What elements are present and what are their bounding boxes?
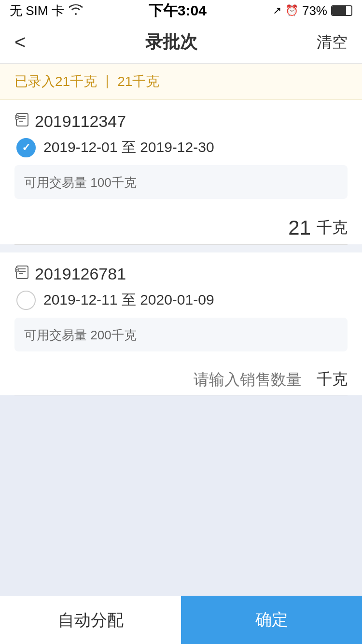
- batch-2-icon: [14, 264, 30, 283]
- battery-indicator: [331, 5, 352, 16]
- batch-2-amount-row[interactable]: 千克: [0, 361, 362, 395]
- confirm-button[interactable]: 确定: [181, 596, 362, 644]
- batch-1-date-row[interactable]: 2019-12-01 至 2019-12-30: [14, 138, 348, 157]
- summary-divider: [107, 75, 108, 88]
- batch-1-amount-row: 21 千克: [0, 209, 362, 244]
- back-button[interactable]: <: [14, 31, 26, 53]
- batch-2-date: 2019-12-11 至 2020-01-09: [43, 290, 214, 310]
- batch-1-unit: 千克: [317, 217, 348, 238]
- no-sim-text: 无 SIM 卡: [10, 2, 64, 19]
- batch-2-date-row[interactable]: 2019-12-11 至 2020-01-09: [14, 290, 348, 310]
- summary-bar: 已录入21千克 21千克: [0, 64, 362, 100]
- battery-pct: 73%: [302, 3, 327, 18]
- batch-1-date: 2019-12-01 至 2019-12-30: [43, 138, 214, 157]
- batch-2-unit: 千克: [317, 369, 348, 390]
- batch-2-radio[interactable]: [16, 291, 36, 310]
- clear-button[interactable]: 清空: [317, 32, 348, 53]
- alarm-icon: ⏰: [285, 4, 298, 17]
- location-icon: ↗: [273, 4, 281, 17]
- batch-2-available: 可用交易量 200千克: [14, 318, 348, 351]
- auto-distribute-button[interactable]: 自动分配: [0, 596, 181, 644]
- batch-1-icon: [14, 112, 30, 131]
- batch-2-quantity-input[interactable]: [14, 371, 309, 389]
- batch-1-available: 可用交易量 100千克: [14, 165, 348, 199]
- bottom-bar: 自动分配 确定: [0, 596, 362, 644]
- wifi-icon: [69, 3, 83, 18]
- batch-item-1: 2019112347 2019-12-01 至 2019-12-30 可用交易量…: [0, 100, 362, 209]
- nav-bar: < 录批次 清空: [0, 21, 362, 64]
- summary-value: 21千克: [117, 72, 159, 91]
- batch-1-id: 2019112347: [35, 112, 126, 131]
- batch-item-2: 2019126781 2019-12-11 至 2020-01-09 可用交易量…: [0, 252, 362, 361]
- batch-1-amount: 21: [288, 216, 311, 239]
- status-right: ↗ ⏰ 73%: [273, 3, 352, 18]
- batch-2-header: 2019126781: [14, 264, 348, 283]
- batch-1-radio[interactable]: [16, 138, 36, 157]
- status-left: 无 SIM 卡: [10, 2, 83, 19]
- status-bar: 无 SIM 卡 下午3:04 ↗ ⏰ 73%: [0, 0, 362, 21]
- recorded-amount: 已录入21千克: [14, 72, 97, 91]
- section-divider: [0, 245, 362, 252]
- page-title: 录批次: [145, 30, 197, 54]
- batch-1-header: 2019112347: [14, 112, 348, 131]
- content-area: 2019112347 2019-12-01 至 2019-12-30 可用交易量…: [0, 100, 362, 632]
- batch-2-id: 2019126781: [35, 265, 126, 283]
- time-display: 下午3:04: [149, 1, 207, 21]
